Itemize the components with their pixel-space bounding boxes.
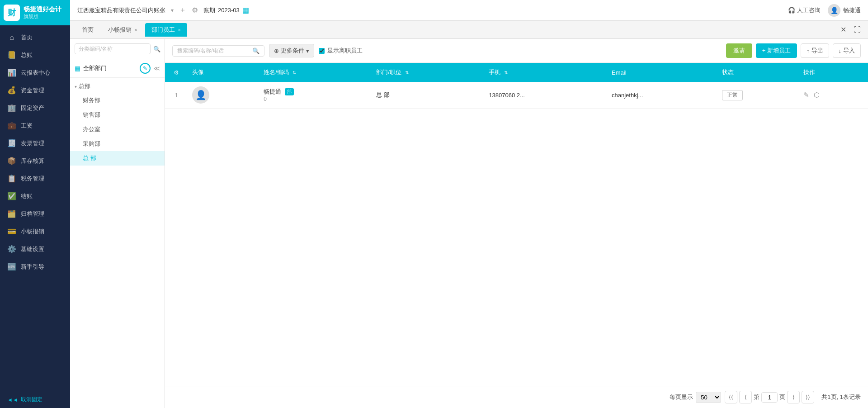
settings-icon[interactable]: ⚙ <box>192 6 198 14</box>
page-last-button[interactable]: ⟩⟩ <box>802 391 814 403</box>
import-button[interactable]: ↓ 导入 <box>833 43 861 58</box>
calendar-icon[interactable]: ▦ <box>242 6 249 14</box>
sidebar-item-capital[interactable]: 💰 资金管理 <box>0 81 70 99</box>
tab-home-label: 首页 <box>82 26 94 34</box>
sidebar-label-tax: 税务管理 <box>21 175 44 183</box>
sidebar-label-home: 首页 <box>21 33 33 42</box>
sidebar-item-tax[interactable]: 📋 税务管理 <box>0 170 70 187</box>
col-phone[interactable]: 手机 ⇅ <box>484 63 607 82</box>
tab-xiaochang[interactable]: 小畅报销 × <box>102 23 143 37</box>
salary-icon: 💼 <box>7 121 16 130</box>
app-title: 畅捷通好会计 <box>24 5 61 13</box>
sidebar-item-inventory[interactable]: 📦 库存核算 <box>0 152 70 170</box>
tab-dept-employee[interactable]: 部门员工 × <box>145 23 187 37</box>
page-size-select[interactable]: 50 10 20 100 <box>696 392 721 403</box>
invite-button[interactable]: 邀请 <box>726 43 752 58</box>
sidebar-header: 财 畅捷通好会计 旗舰版 <box>0 0 70 25</box>
sidebar-item-ledger[interactable]: 📒 总账 <box>0 46 70 64</box>
sidebar-footer[interactable]: ◄◄ 取消固定 <box>0 391 70 408</box>
page-number-input[interactable] <box>761 392 778 403</box>
dept-edit-button[interactable]: ✎ <box>140 63 151 74</box>
assets-icon: 🏢 <box>7 104 16 112</box>
company-name: 江西服宝精品有限责任公司内账张 <box>77 6 165 14</box>
sidebar-nav: ⌂ 首页 📒 总账 📊 云报表中心 💰 资金管理 🏢 固定资产 💼 工资 🧾 发… <box>0 25 70 391</box>
guide-icon: 🆕 <box>7 262 16 271</box>
department-panel: 🔍 ▦ 全部部门 ✎ ≪ ▾ 总部 财务部 销售部 办公室 采购部 <box>70 39 165 408</box>
employee-code: 0 <box>264 96 367 102</box>
sidebar-item-invoice[interactable]: 🧾 发票管理 <box>0 134 70 152</box>
cell-index: 1 <box>165 82 188 109</box>
sidebar-item-basic[interactable]: ⚙️ 基础设置 <box>0 240 70 258</box>
show-resigned-text: 显示离职员工 <box>327 47 363 55</box>
maximize-button[interactable]: ⛶ <box>852 24 863 35</box>
user-avatar: 👤 <box>828 4 840 17</box>
sidebar-label-assets: 固定资产 <box>21 104 44 112</box>
employee-table: ⚙ 头像 姓名/编码 ⇅ 部门/职位 ⇅ 手机 ⇅ Email 状态 操作 1 <box>165 63 868 109</box>
page-prev-button[interactable]: ⟨ <box>739 391 752 403</box>
page-next-button[interactable]: ⟩ <box>787 391 800 403</box>
sidebar-item-home[interactable]: ⌂ 首页 <box>0 29 70 46</box>
employee-search-input[interactable] <box>177 47 250 54</box>
dept-search-icon[interactable]: 🔍 <box>153 46 160 52</box>
col-dept[interactable]: 部门/职位 ⇅ <box>372 63 484 82</box>
edit-icon[interactable]: ✎ <box>803 91 809 99</box>
sidebar-label-checkout: 结账 <box>21 192 33 200</box>
close-tab-button[interactable]: ✕ <box>839 24 848 35</box>
dept-group-head-label[interactable]: ▾ 总部 <box>70 80 165 93</box>
sidebar-label-basic: 基础设置 <box>21 245 44 253</box>
sidebar-item-archive[interactable]: 🗂️ 归档管理 <box>0 205 70 223</box>
tab-xiaochang-close[interactable]: × <box>134 27 137 33</box>
show-resigned-label[interactable]: 显示离职员工 <box>319 47 363 55</box>
sidebar-item-guide[interactable]: 🆕 新手引导 <box>0 258 70 275</box>
sidebar-item-assets[interactable]: 🏢 固定资产 <box>0 99 70 117</box>
cell-dept: 总 部 <box>372 82 484 109</box>
col-name[interactable]: 姓名/编码 ⇅ <box>259 63 372 82</box>
page-input-area: 第 页 <box>754 392 785 403</box>
tab-dept-close[interactable]: × <box>178 27 180 33</box>
export-button[interactable]: ↑ 导出 <box>801 43 829 58</box>
page-size-control: 每页显示 50 10 20 100 <box>670 392 721 403</box>
employee-search-icon[interactable]: 🔍 <box>252 47 259 54</box>
col-settings[interactable]: ⚙ <box>165 63 188 82</box>
dept-item-general[interactable]: 总 部 <box>70 151 165 166</box>
tab-home[interactable]: 首页 <box>75 23 100 37</box>
dept-item-sales[interactable]: 销售部 <box>70 108 165 122</box>
sidebar-item-checkout[interactable]: ✅ 结账 <box>0 187 70 205</box>
dept-item-finance[interactable]: 财务部 <box>70 93 165 108</box>
employee-name: 畅捷通 <box>264 88 281 96</box>
name-area: 畅捷通 部 <box>264 88 367 96</box>
cell-actions: ✎ ⬡ <box>799 82 868 109</box>
more-filters-button[interactable]: ⊕ 更多条件 ▾ <box>269 44 314 57</box>
cell-email: chanjethkj... <box>607 82 717 109</box>
page-label: 页 <box>779 393 785 401</box>
dept-grid-icon: ▦ <box>75 65 80 72</box>
ledger-icon: 📒 <box>7 51 16 59</box>
main-area: 江西服宝精品有限责任公司内账张 ▾ ＋ ⚙ 账期 2023-03 ▦ 🎧 人工咨… <box>70 0 868 408</box>
dept-collapse-icon[interactable]: ≪ <box>153 65 160 72</box>
add-employee-button[interactable]: + 新增员工 <box>756 43 797 58</box>
sidebar-item-xiaochang[interactable]: 💳 小畅报销 <box>0 223 70 240</box>
headset-icon: 🎧 <box>788 7 795 14</box>
page-first-button[interactable]: ⟨⟨ <box>725 391 737 403</box>
pin-left-icon: ◄◄ <box>7 397 18 403</box>
sidebar-item-reports[interactable]: 📊 云报表中心 <box>0 64 70 81</box>
period-display: 账期 2023-03 ▦ <box>203 6 249 14</box>
company-dropdown-icon[interactable]: ▾ <box>171 7 174 14</box>
dept-item-office[interactable]: 办公室 <box>70 122 165 137</box>
add-tab-button[interactable]: ＋ <box>179 5 186 15</box>
basic-icon: ⚙️ <box>7 245 16 253</box>
user-menu[interactable]: 👤 畅捷通 <box>828 4 861 17</box>
cell-name: 畅捷通 部 0 <box>259 82 372 109</box>
cell-phone: 13807060 2... <box>484 82 607 109</box>
archive-icon: 🗂️ <box>7 209 16 218</box>
col-avatar: 头像 <box>188 63 259 82</box>
dept-search-input[interactable] <box>75 43 151 54</box>
xiaochang-icon: 💳 <box>7 227 16 236</box>
sidebar-item-salary[interactable]: 💼 工资 <box>0 117 70 134</box>
logout-icon[interactable]: ⬡ <box>814 91 820 99</box>
service-button[interactable]: 🎧 人工咨询 <box>788 6 821 14</box>
reports-icon: 📊 <box>7 68 16 77</box>
period-value: 2023-03 <box>218 7 240 14</box>
dept-item-purchase[interactable]: 采购部 <box>70 137 165 151</box>
show-resigned-checkbox[interactable] <box>319 48 325 54</box>
